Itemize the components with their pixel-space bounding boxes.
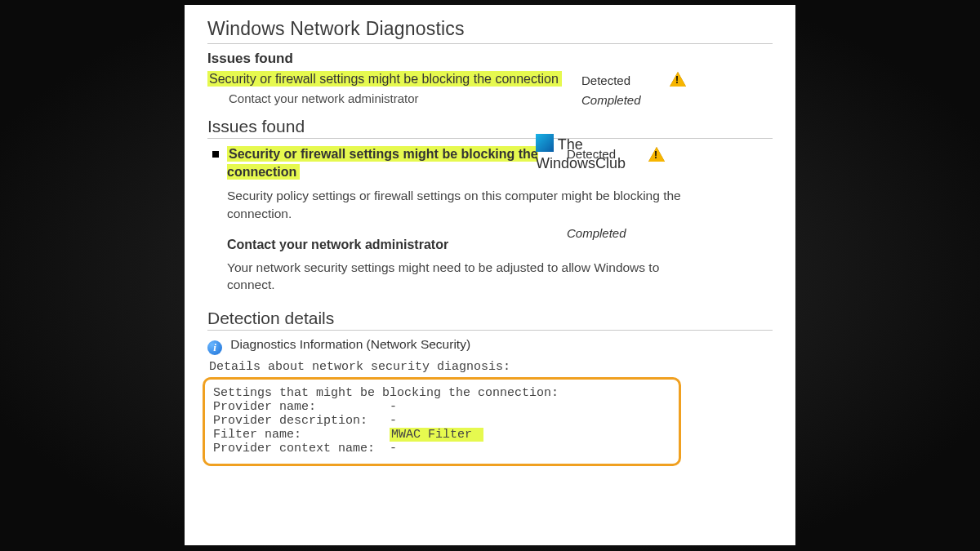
issue-row-1: Security or firewall settings might be b… (207, 72, 773, 90)
issue-subtext-1: Contact your network administrator (229, 91, 419, 105)
sub-issue-status: Completed (567, 226, 626, 252)
divider (207, 43, 773, 44)
page-title: Windows Network Diagnostics (207, 18, 773, 40)
issues-found-heading-1: Issues found (207, 51, 773, 67)
provider-context-row: Provider context name: - (213, 442, 670, 455)
filter-name-row: Filter name: MWAC Filter (213, 428, 670, 442)
diagnostics-info-line: i Diagnostics Information (Network Secur… (207, 337, 773, 355)
issue-status-2: Detected (567, 145, 640, 161)
issue-status-1: Detected (581, 72, 655, 87)
issue-row-2: Security or firewall settings might be b… (207, 145, 773, 180)
warning-icon (670, 72, 686, 87)
issue-text-1: Security or firewall settings might be b… (207, 71, 562, 87)
info-icon: i (207, 340, 222, 355)
details-box: Settings that might be blocking the conn… (203, 377, 681, 466)
provider-name-row: Provider name: - (213, 400, 670, 414)
sub-issue-title: Contact your network administrator (227, 238, 567, 252)
warning-icon (648, 147, 665, 162)
issue-substatus-1: Completed (581, 91, 655, 107)
details-intro: Details about network security diagnosis… (209, 360, 773, 374)
issues-found-heading-2: Issues found (207, 117, 773, 136)
issue-title-2: Security or firewall settings might be b… (227, 146, 538, 180)
bullet-icon (212, 151, 219, 158)
issue-subrow-1: Contact your network administrator Compl… (207, 91, 773, 107)
filter-name-value: MWAC Filter (390, 428, 483, 442)
divider (207, 330, 773, 331)
provider-desc-row: Provider description: - (213, 414, 670, 428)
sub-issue-body: Your network security settings might nee… (227, 259, 709, 294)
detection-details-heading: Detection details (207, 309, 773, 328)
divider (207, 138, 773, 139)
details-box-title: Settings that might be blocking the conn… (213, 386, 670, 400)
diagnostics-panel: Windows Network Diagnostics Issues found… (185, 5, 795, 545)
issue-body-2: Security policy settings or firewall set… (227, 187, 709, 222)
